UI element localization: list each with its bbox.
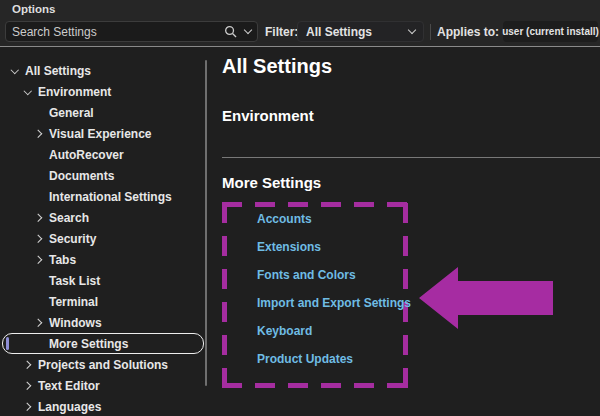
tree-item-label: Tabs (49, 253, 76, 267)
link-extensions[interactable]: Extensions (257, 233, 411, 261)
chevron-collapsed-icon[interactable] (21, 379, 34, 392)
tree-item-label: Search (49, 211, 89, 225)
window-title: Options (0, 0, 600, 18)
link-keyboard[interactable]: Keyboard (257, 317, 411, 345)
filter-dropdown[interactable]: All Settings (297, 21, 424, 42)
chevron-collapsed-icon[interactable] (32, 316, 45, 329)
search-options-chevron-down-icon[interactable] (244, 26, 252, 34)
chevron-spacer (32, 295, 45, 308)
tree-item-label: Documents (49, 169, 114, 183)
tree-item-security[interactable]: Security (0, 228, 210, 249)
dashed-edge-bottom (222, 383, 408, 388)
tree-scrollbar[interactable] (205, 60, 207, 386)
filter-value: All Settings (306, 25, 409, 39)
chevron-collapsed-icon[interactable] (32, 253, 45, 266)
tree-item-tabs[interactable]: Tabs (0, 249, 210, 270)
chevron-spacer (32, 190, 45, 203)
tree-item-more-settings-selected[interactable]: More Settings (2, 333, 204, 354)
settings-tree: All Settings Environment General Visual … (0, 47, 210, 416)
tree-item-projects-and-solutions[interactable]: Projects and Solutions (0, 354, 210, 375)
chevron-collapsed-icon[interactable] (21, 400, 34, 413)
section-divider (222, 157, 600, 158)
search-placeholder: Search Settings (12, 25, 224, 39)
filter-chevron-down-icon (408, 26, 416, 34)
dashed-edge-left (222, 202, 227, 388)
tree-item-label: International Settings (49, 190, 172, 204)
search-icon (224, 25, 237, 38)
tree-item-task-list[interactable]: Task List (0, 270, 210, 291)
tree-item-label: Environment (38, 85, 111, 99)
chevron-spacer (32, 106, 45, 119)
search-input[interactable]: Search Settings (5, 21, 258, 42)
link-product-updates[interactable]: Product Updates (257, 345, 411, 373)
page-title: All Settings (222, 55, 332, 78)
tree-item-label: Terminal (49, 295, 98, 309)
filter-label: Filter: (265, 25, 298, 39)
annotation-left-arrow (419, 267, 553, 329)
tree-item-search[interactable]: Search (0, 207, 210, 228)
tree-item-environment[interactable]: Environment (0, 81, 210, 102)
tree-item-terminal[interactable]: Terminal (0, 291, 210, 312)
chevron-expanded-icon[interactable] (8, 64, 21, 77)
tree-item-label: Visual Experience (49, 127, 152, 141)
tree-item-label: Projects and Solutions (38, 358, 168, 372)
chevron-spacer (32, 169, 45, 182)
tree-item-visual-experience[interactable]: Visual Experience (0, 123, 210, 144)
tree-item-label: Task List (49, 274, 100, 288)
tree-item-label: More Settings (49, 337, 128, 351)
chevron-spacer (32, 148, 45, 161)
tree-item-all-settings[interactable]: All Settings (0, 60, 210, 81)
chevron-collapsed-icon[interactable] (32, 232, 45, 245)
link-accounts[interactable]: Accounts (257, 205, 411, 233)
tree-item-general[interactable]: General (0, 102, 210, 123)
section-heading-environment: Environment (222, 107, 314, 124)
tree-item-text-editor[interactable]: Text Editor (0, 375, 210, 396)
tree-item-documents[interactable]: Documents (0, 165, 210, 186)
tree-item-label: Security (49, 232, 96, 246)
chevron-spacer (32, 274, 45, 287)
link-fonts-and-colors[interactable]: Fonts and Colors (257, 261, 411, 289)
more-settings-links: Accounts Extensions Fonts and Colors Imp… (257, 205, 411, 373)
applies-to-value[interactable]: user (current install) (503, 21, 598, 42)
applies-to-label: Applies to: (437, 25, 499, 39)
chevron-spacer (32, 337, 45, 350)
options-toolbar: Search Settings Filter: All Settings App… (0, 18, 600, 46)
tree-item-windows[interactable]: Windows (0, 312, 210, 333)
toolbar-separator (430, 24, 431, 40)
settings-pane: All Settings Environment More Settings A… (210, 47, 600, 416)
tree-item-label: Windows (49, 316, 102, 330)
chevron-collapsed-icon[interactable] (32, 211, 45, 224)
tree-item-autorecover[interactable]: AutoRecover (0, 144, 210, 165)
chevron-expanded-icon[interactable] (21, 85, 34, 98)
chevron-collapsed-icon[interactable] (21, 358, 34, 371)
chevron-collapsed-icon[interactable] (32, 127, 45, 140)
tree-item-label: General (49, 106, 94, 120)
section-heading-more-settings: More Settings (222, 174, 321, 191)
tree-item-languages[interactable]: Languages (0, 396, 210, 416)
tree-item-label: Languages (38, 400, 101, 414)
tree-item-international-settings[interactable]: International Settings (0, 186, 210, 207)
tree-item-label: AutoRecover (49, 148, 124, 162)
link-import-and-export-settings[interactable]: Import and Export Settings (257, 289, 411, 317)
tree-item-label: Text Editor (38, 379, 100, 393)
tree-item-label: All Settings (25, 64, 91, 78)
